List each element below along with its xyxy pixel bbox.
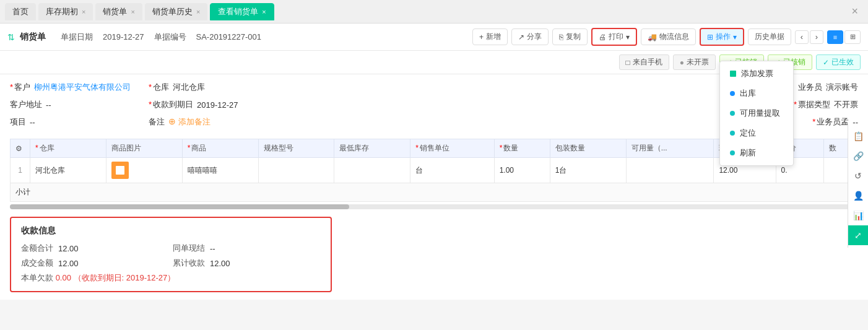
product-image xyxy=(111,162,129,179)
tab-home[interactable]: 首页 xyxy=(5,3,36,20)
prev-button[interactable]: ‹ xyxy=(795,30,809,44)
col-image: 商品图片 xyxy=(106,139,182,158)
row-warehouse: 河北仓库 xyxy=(30,158,106,183)
toolbar-right: + 新增 ↗ 分享 ⎘ 复制 🖨 打印 ▾ 🚚 物流信息 ⊞ 操 xyxy=(472,28,861,46)
from-phone-label: 来自手机 xyxy=(633,57,662,67)
tab-view-sales[interactable]: 查看销货单 × xyxy=(210,3,274,20)
share-icon: ↗ xyxy=(518,33,524,41)
total-value: 12.00 xyxy=(58,244,79,253)
extract-qty-item[interactable]: 可用量提取 xyxy=(720,103,793,123)
right-icon-user[interactable]: 👤 xyxy=(848,186,868,206)
row-product: 嘻嘻嘻嘻 xyxy=(182,158,258,183)
logistics-button[interactable]: 🚚 物流信息 xyxy=(641,28,696,45)
tab-sales-history-label: 销货单历史 xyxy=(152,6,193,17)
same-order-row: 同单现结 -- xyxy=(173,243,321,254)
grid-view-button[interactable]: ⊞ xyxy=(844,30,861,44)
scrollbar-thumb[interactable] xyxy=(10,204,349,209)
refresh-item[interactable]: 刷新 xyxy=(720,143,793,163)
window-close-button[interactable]: × xyxy=(846,5,863,18)
share-label: 分享 xyxy=(527,32,542,42)
total-row: 金额合计 12.00 xyxy=(21,243,169,254)
tab-sales-history-close[interactable]: × xyxy=(196,8,200,15)
not-open-icon: ● xyxy=(680,58,684,67)
payment-grid: 金额合计 12.00 同单现结 -- 成交金额 12.00 累计收款 12.00 xyxy=(21,243,321,284)
right-icons-panel: 📋 🔗 ↺ 👤 📊 ⤢ xyxy=(848,124,868,248)
not-open-label: 未开票 xyxy=(687,57,709,67)
effective-label: 已生效 xyxy=(831,57,854,67)
outbound-item[interactable]: 出库 xyxy=(720,84,793,103)
customer-value[interactable]: 柳州粤港平安气体有限公司 xyxy=(34,82,131,93)
col-unit: *销售单位 xyxy=(410,139,494,158)
row-spec xyxy=(258,158,334,183)
ticket-type-label: *票据类型 xyxy=(794,99,830,110)
right-icon-doc[interactable]: 📋 xyxy=(848,126,868,146)
not-open-button[interactable]: ● 未开票 xyxy=(673,54,716,70)
extract-qty-icon xyxy=(730,111,735,116)
print-dropdown-arrow: ▾ xyxy=(626,33,630,41)
copy-button[interactable]: ⎘ 复制 xyxy=(552,28,588,45)
add-invoice-icon xyxy=(730,71,736,77)
history-label: 历史单据 xyxy=(755,32,784,42)
tab-sales-order[interactable]: 销货单 × xyxy=(95,3,142,20)
tab-inventory-init[interactable]: 库存期初 × xyxy=(38,3,93,20)
logistics-icon: 🚚 xyxy=(648,33,657,41)
right-icon-chart[interactable]: 📊 xyxy=(848,206,868,225)
payment-box: 收款信息 金额合计 12.00 同单现结 -- 成交金额 12.00 xyxy=(10,217,332,292)
right-icon-expand[interactable]: ⤢ xyxy=(848,225,868,245)
col-pack-qty: 包装数量 xyxy=(550,139,626,158)
bottom-section: 收款信息 金额合计 12.00 同单现结 -- 成交金额 12.00 xyxy=(10,217,858,292)
transaction-row: 成交金额 12.00 xyxy=(21,258,169,269)
due-date-field: *收款到期日 2019-12-27 xyxy=(149,99,272,110)
tab-inventory-init-close[interactable]: × xyxy=(82,8,85,15)
this-order-row: 本单欠款 0.00 （收款到期日: 2019-12-27） xyxy=(21,272,321,284)
employee-field: 业务员 演示账号 xyxy=(798,82,858,93)
tab-sales-history[interactable]: 销货单历史 × xyxy=(145,3,207,20)
this-order-value: 0.00 xyxy=(56,273,71,282)
from-phone-button[interactable]: □ 来自手机 xyxy=(619,54,669,70)
tab-inventory-init-label: 库存期初 xyxy=(46,6,78,17)
due-date-value: 2019-12-27 xyxy=(197,100,238,110)
tab-sales-order-close[interactable]: × xyxy=(131,8,134,15)
nav-arrows: ‹ › xyxy=(795,30,823,44)
add-invoice-item[interactable]: 添加发票 xyxy=(720,64,793,84)
share-button[interactable]: ↗ 分享 xyxy=(511,28,549,45)
phone-icon: □ xyxy=(626,58,630,67)
right-icon-link[interactable]: 🔗 xyxy=(848,146,868,166)
due-info: （收款到期日: 2019-12-27） xyxy=(74,273,176,282)
operation-label: 操作 xyxy=(716,32,731,42)
warehouse-field: *仓库 河北仓库 xyxy=(149,82,272,93)
warehouse-label: *仓库 xyxy=(149,82,169,93)
this-order-label: 本单欠款 xyxy=(21,273,53,282)
next-button[interactable]: › xyxy=(810,30,823,44)
outbound-label: 出库 xyxy=(740,88,756,99)
operation-button[interactable]: ⊞ 操作 ▾ xyxy=(700,28,744,46)
address-value: -- xyxy=(46,100,51,110)
address-field: 客户地址 -- xyxy=(10,99,134,110)
warehouse-value: 河北仓库 xyxy=(173,82,205,93)
new-button[interactable]: + 新增 xyxy=(472,28,508,45)
number-label: 单据编号 xyxy=(154,32,186,43)
transaction-label: 成交金额 xyxy=(21,258,53,269)
transaction-value: 12.00 xyxy=(58,259,79,268)
list-view-button[interactable]: ≡ xyxy=(827,30,843,44)
project-label: 项目 xyxy=(10,116,26,128)
history-button[interactable]: 历史单据 xyxy=(748,28,791,45)
add-note-button[interactable]: ⊕ 添加备注 xyxy=(168,116,210,128)
locate-item[interactable]: 定位 xyxy=(720,123,793,143)
col-gear: ⚙ xyxy=(11,139,30,158)
address-label: 客户地址 xyxy=(10,99,42,110)
tab-view-sales-close[interactable]: × xyxy=(262,8,266,15)
print-icon: 🖨 xyxy=(599,33,606,41)
effective-button[interactable]: ✓ 已生效 xyxy=(816,54,861,70)
horizontal-scrollbar[interactable] xyxy=(10,204,858,209)
copy-icon: ⎘ xyxy=(559,33,563,41)
tab-sales-order-label: 销货单 xyxy=(103,6,127,17)
project-field: 项目 -- xyxy=(10,116,134,128)
right-icon-refresh[interactable]: ↺ xyxy=(848,166,868,186)
date-value: 2019-12-27 xyxy=(103,32,144,41)
print-label: 打印 xyxy=(609,32,623,42)
print-button[interactable]: 🖨 打印 ▾ xyxy=(591,28,637,46)
add-invoice-label: 添加发票 xyxy=(741,68,773,79)
view-toggle: ≡ ⊞ xyxy=(827,30,861,44)
subtotal-label: 小计 xyxy=(11,183,858,202)
